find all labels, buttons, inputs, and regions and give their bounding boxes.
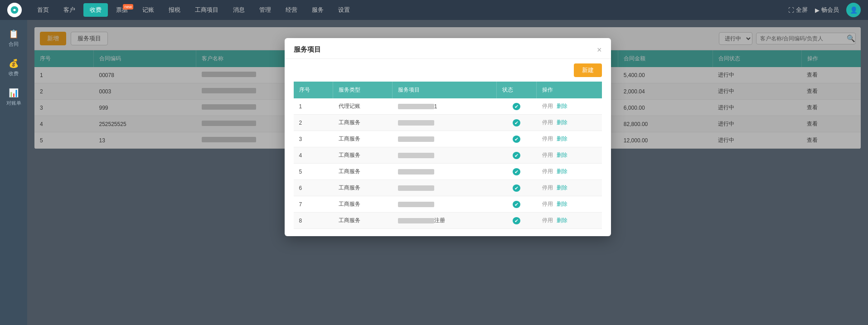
fullscreen-button[interactable]: ⛶ 全屏 [788, 6, 808, 14]
delete-button[interactable]: 删除 [557, 201, 567, 207]
nav-item-服务[interactable]: 服务 [305, 3, 330, 17]
stop-button[interactable]: 停用 [542, 103, 553, 109]
modal-col-header: 操作 [537, 82, 602, 98]
delete-button[interactable]: 删除 [557, 103, 567, 109]
nav-menu: 首页客户收费票据new记账报税工商项目消息管理经营服务设置 [31, 3, 788, 17]
modal-close-button[interactable]: × [597, 46, 602, 54]
modal-cell-item [393, 147, 497, 164]
app-logo[interactable] [7, 3, 22, 17]
modal-cell-status: ✔ [497, 180, 537, 196]
service-items-table: 序号服务类型服务项目状态操作 1代理记账1✔停用删除2工商服务✔停用删除3工商服… [294, 82, 602, 229]
user-avatar[interactable]: 👤 [846, 3, 861, 17]
modal-overlay: 服务项目 × 新建 序号服务类型服务项目状态操作 1代理记账1✔停用删除2工商服… [27, 20, 868, 325]
modal-table-row: 5工商服务✔停用删除 [294, 164, 602, 180]
modal-cell-action: 停用删除 [537, 180, 602, 196]
sidebar: 📋合同💰收费📊对账单 [0, 20, 27, 325]
status-check-icon: ✔ [513, 103, 520, 110]
sidebar-item-合同[interactable]: 📋合同 [2, 24, 25, 52]
nav-item-工商项目[interactable]: 工商项目 [189, 3, 225, 17]
modal-cell-seq: 4 [294, 147, 333, 164]
nav-item-客户[interactable]: 客户 [57, 3, 82, 17]
modal-table-row: 6工商服务✔停用删除 [294, 180, 602, 196]
modal-cell-action: 停用删除 [537, 147, 602, 164]
stop-button[interactable]: 停用 [542, 184, 553, 191]
modal-cell-item [393, 131, 497, 147]
modal-cell-type: 工商服务 [333, 180, 393, 196]
delete-button[interactable]: 删除 [557, 217, 567, 223]
delete-button[interactable]: 删除 [557, 119, 567, 126]
app-layout: 📋合同💰收费📊对账单 新增 服务项目 进行中全部已结束 🔍 序号合同编码客户名称… [0, 20, 868, 325]
modal-cell-item: 注册 [393, 213, 497, 229]
modal-cell-action: 停用删除 [537, 98, 602, 115]
nav-item-消息[interactable]: 消息 [227, 3, 251, 17]
modal-cell-item: 1 [393, 98, 497, 115]
nav-item-报税[interactable]: 报税 [162, 3, 187, 17]
fullscreen-label: 全屏 [796, 6, 808, 14]
modal-col-header: 序号 [294, 82, 333, 98]
modal-cell-item [393, 164, 497, 180]
nav-item-收费[interactable]: 收费 [83, 3, 108, 17]
modal-cell-type: 代理记账 [333, 98, 393, 115]
modal-cell-seq: 7 [294, 196, 333, 213]
modal-cell-status: ✔ [497, 98, 537, 115]
modal-cell-item [393, 196, 497, 213]
modal-title: 服务项目 [294, 45, 321, 54]
nav-badge-new: new [123, 4, 133, 10]
modal-cell-type: 工商服务 [333, 196, 393, 213]
stop-button[interactable]: 停用 [542, 201, 553, 207]
modal-table-header: 序号服务类型服务项目状态操作 [294, 82, 602, 98]
modal-table-row: 8工商服务注册✔停用删除 [294, 213, 602, 229]
stop-button[interactable]: 停用 [542, 168, 553, 175]
top-navigation: 首页客户收费票据new记账报税工商项目消息管理经营服务设置 ⛶ 全屏 ▶ 畅会员… [0, 0, 868, 20]
modal-cell-seq: 2 [294, 115, 333, 131]
member-button[interactable]: ▶ 畅会员 [815, 6, 839, 14]
nav-item-记账[interactable]: 记账 [136, 3, 160, 17]
status-check-icon: ✔ [513, 184, 520, 192]
sidebar-item-对账单[interactable]: 📊对账单 [2, 83, 25, 111]
nav-item-票据[interactable]: 票据new [110, 3, 134, 17]
status-check-icon: ✔ [513, 119, 520, 126]
stop-button[interactable]: 停用 [542, 217, 553, 223]
sidebar-icon-合同: 📋 [9, 29, 19, 39]
modal-cell-status: ✔ [497, 115, 537, 131]
nav-item-经营[interactable]: 经营 [279, 3, 304, 17]
sidebar-label-收费: 收费 [9, 70, 19, 77]
status-check-icon: ✔ [513, 217, 520, 224]
modal-cell-type: 工商服务 [333, 147, 393, 164]
modal-cell-item [393, 115, 497, 131]
member-icon: ▶ [815, 7, 820, 14]
status-check-icon: ✔ [513, 152, 520, 159]
modal-col-header: 服务项目 [393, 82, 497, 98]
modal-cell-seq: 1 [294, 98, 333, 115]
modal-cell-status: ✔ [497, 213, 537, 229]
stop-button[interactable]: 停用 [542, 119, 553, 126]
modal-col-header: 状态 [497, 82, 537, 98]
stop-button[interactable]: 停用 [542, 136, 553, 142]
modal-table-wrapper[interactable]: 序号服务类型服务项目状态操作 1代理记账1✔停用删除2工商服务✔停用删除3工商服… [285, 82, 611, 236]
modal-table-row: 1代理记账1✔停用删除 [294, 98, 602, 115]
nav-item-管理[interactable]: 管理 [253, 3, 277, 17]
main-content: 新增 服务项目 进行中全部已结束 🔍 序号合同编码客户名称服务项目 ⇅服务期限起… [27, 20, 868, 325]
sidebar-item-收费[interactable]: 💰收费 [2, 54, 25, 82]
delete-button[interactable]: 删除 [557, 184, 567, 191]
modal-toolbar: 新建 [285, 59, 611, 82]
modal-cell-type: 工商服务 [333, 115, 393, 131]
modal-new-button[interactable]: 新建 [574, 63, 602, 77]
modal-table-row: 3工商服务✔停用删除 [294, 131, 602, 147]
status-check-icon: ✔ [513, 168, 520, 175]
delete-button[interactable]: 删除 [557, 152, 567, 158]
nav-item-设置[interactable]: 设置 [332, 3, 356, 17]
status-check-icon: ✔ [513, 136, 520, 143]
nav-item-首页[interactable]: 首页 [31, 3, 55, 17]
status-check-icon: ✔ [513, 201, 520, 208]
modal-cell-item [393, 180, 497, 196]
delete-button[interactable]: 删除 [557, 168, 567, 175]
sidebar-label-对账单: 对账单 [6, 100, 21, 107]
modal-table-row: 2工商服务✔停用删除 [294, 115, 602, 131]
modal-cell-action: 停用删除 [537, 131, 602, 147]
stop-button[interactable]: 停用 [542, 152, 553, 158]
fullscreen-icon: ⛶ [788, 7, 794, 14]
delete-button[interactable]: 删除 [557, 136, 567, 142]
modal-cell-action: 停用删除 [537, 196, 602, 213]
sidebar-icon-对账单: 📊 [9, 88, 19, 98]
